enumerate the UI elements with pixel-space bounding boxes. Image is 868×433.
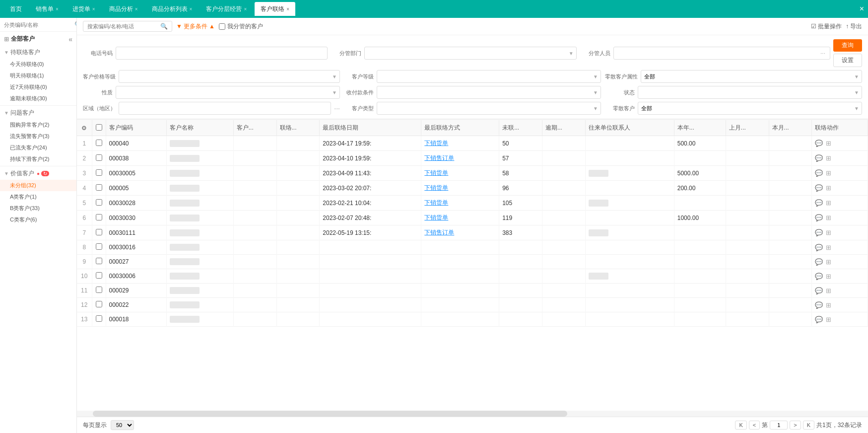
row-last-method-10[interactable] [421,284,499,298]
grid-action-icon[interactable]: ⊞ [826,273,831,280]
row-last-method-8[interactable] [421,255,499,269]
pending-contact-group[interactable]: ▼ 待联络客户 [0,46,76,59]
grid-action-icon[interactable]: ⊞ [826,199,831,207]
close-analysis-tab[interactable]: × [135,6,138,12]
row-check-11[interactable] [92,298,106,312]
grid-action-icon[interactable]: ⊞ [826,184,831,192]
query-button[interactable]: 查询 [833,39,862,52]
sidebar-item-class-a[interactable]: A类客户(1) [0,191,76,203]
prev-page-button[interactable]: < [749,421,760,430]
per-page-select[interactable]: 50 [111,420,134,430]
close-segment-tab[interactable]: × [244,6,247,12]
price-level-select[interactable] [119,70,340,83]
row-check-9[interactable] [92,269,106,284]
customer-type-select[interactable] [377,102,601,115]
filter-search-input[interactable] [87,23,158,29]
nav-tab-customer-contact[interactable]: 客户联络 × [255,2,295,16]
sidebar-item-declining[interactable]: 持续下滑客户(2) [0,153,76,165]
nav-tab-analysis-list[interactable]: 商品分析列表 × [146,2,199,16]
last-page-button[interactable]: K [803,421,814,430]
batch-ops-button[interactable]: ☑ 批量操作 [811,22,842,31]
my-customers-checkbox[interactable] [219,23,225,30]
retail-customer-select[interactable]: 全部 [638,102,862,115]
person-dots-icon[interactable]: ··· [820,50,825,57]
row-check-3[interactable] [92,181,106,196]
page-number-input[interactable] [770,421,788,430]
close-analysis-list-tab[interactable]: × [190,6,193,12]
dept-select[interactable] [364,47,576,60]
chat-icon[interactable]: 💬 [815,244,823,251]
row-check-2[interactable] [92,166,106,181]
grid-action-icon[interactable]: ⊞ [826,154,831,162]
chat-icon[interactable]: 💬 [815,199,823,207]
sidebar-item-churn-warning[interactable]: 流失预警客户(3) [0,131,76,142]
row-last-method-3[interactable]: 下销货单 [421,181,499,196]
region-dots-icon[interactable]: ··· [334,104,340,112]
status-select[interactable] [638,86,862,99]
close-window-button[interactable]: × [860,4,864,13]
grid-action-icon[interactable]: ⊞ [826,214,831,221]
close-purchase-tab[interactable]: × [92,6,95,12]
row-last-method-6[interactable]: 下销售订单 [421,225,499,240]
sidebar-item-class-b[interactable]: B类客户(33) [0,203,76,214]
chat-icon[interactable]: 💬 [815,258,823,266]
row-last-method-2[interactable]: 下销货单 [421,166,499,181]
grid-action-icon[interactable]: ⊞ [826,169,831,177]
chat-icon[interactable]: 💬 [815,301,823,309]
row-last-method-4[interactable]: 下销货单 [421,196,499,211]
row-check-0[interactable] [92,136,106,151]
grid-action-icon[interactable]: ⊞ [826,140,831,147]
row-last-method-7[interactable] [421,240,499,255]
sidebar-item-hoarding-abnormal[interactable]: 囤购异常客户(2) [0,119,76,131]
row-last-method-12[interactable] [421,312,499,327]
nav-home[interactable]: 首页 [4,5,28,13]
select-all-checkbox[interactable] [96,124,102,131]
chat-icon[interactable]: 💬 [815,140,823,147]
row-check-7[interactable] [92,240,106,255]
gender-select[interactable] [116,86,340,99]
export-button[interactable]: ↑ 导出 [846,22,862,31]
problem-customers-group[interactable]: ▼ 问题客户 [0,107,76,119]
row-check-1[interactable] [92,151,106,166]
sidebar-search-input[interactable] [4,22,72,28]
grid-action-icon[interactable]: ⊞ [826,258,831,266]
close-sales-tab[interactable]: × [56,6,59,12]
filter-search-icon[interactable]: 🔍 [160,23,168,30]
sidebar-item-overdue-pending[interactable]: 逾期未联络(30) [0,93,76,104]
value-customers-group[interactable]: ▼ 价值客户 ● ↻ [0,167,76,180]
grid-action-icon[interactable]: ⊞ [826,229,831,236]
row-check-8[interactable] [92,255,106,269]
filter-search-box[interactable]: 🔍 [83,21,172,32]
grid-action-icon[interactable]: ⊞ [826,301,831,309]
col-settings[interactable]: ⚙ [77,120,92,136]
chat-icon[interactable]: 💬 [815,184,823,192]
sidebar-item-tomorrow-pending[interactable]: 明天待联络(1) [0,70,76,81]
sidebar-item-ungrouped[interactable]: 未分组(32) [0,180,76,191]
more-conditions-button[interactable]: ▼ 更多条件 ▲ [176,22,215,31]
chat-icon[interactable]: 💬 [815,316,823,323]
grid-action-icon[interactable]: ⊞ [826,244,831,251]
horizontal-scrollbar[interactable] [77,411,868,417]
nav-tab-analysis[interactable]: 商品分析 × [103,2,144,16]
chat-icon[interactable]: 💬 [815,214,823,221]
grid-action-icon[interactable]: ⊞ [826,316,831,323]
chat-icon[interactable]: 💬 [815,229,823,236]
row-check-5[interactable] [92,211,106,225]
chat-icon[interactable]: 💬 [815,169,823,177]
row-last-method-11[interactable] [421,298,499,312]
sidebar-item-churned[interactable]: 已流失客户(24) [0,142,76,153]
nav-tab-sales[interactable]: 销售单 × [30,2,65,16]
row-check-4[interactable] [92,196,106,211]
all-customers-header[interactable]: ⊞ 全部客户 « [0,32,76,46]
customer-level-select[interactable] [377,70,601,83]
retail-attr-select[interactable]: 全部 [641,70,862,83]
grid-action-icon[interactable]: ⊞ [826,287,831,294]
sidebar-item-7day-pending[interactable]: 近7天待联络(0) [0,81,76,93]
person-input[interactable] [613,47,830,60]
phone-input[interactable] [116,47,328,60]
col-checkbox[interactable] [92,120,106,136]
sidebar-collapse-button[interactable]: « [68,35,72,43]
row-last-method-1[interactable]: 下销售订单 [421,151,499,166]
row-last-method-9[interactable] [421,269,499,284]
nav-tab-customer-segment[interactable]: 客户分层经营 × [200,2,253,16]
